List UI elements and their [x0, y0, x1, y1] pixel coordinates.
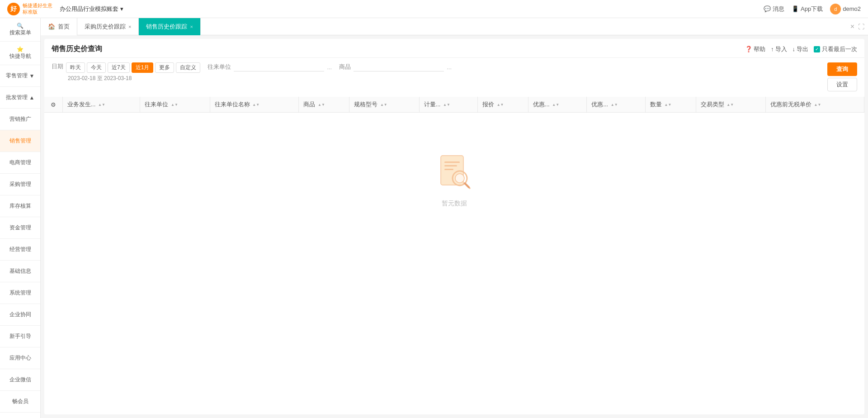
- sidebar-item-retail[interactable]: 零售管理 ▼: [0, 65, 40, 87]
- export-btn[interactable]: ↓ 导出: [793, 45, 809, 53]
- only-last-checkbox-label[interactable]: ✓ 只看最后一次: [814, 45, 857, 53]
- page-title: 销售历史价查询: [52, 44, 102, 54]
- empty-text: 暂元数据: [442, 200, 467, 208]
- sort-arrows-unit: ▲▼: [443, 103, 450, 107]
- date-btn-yesterday[interactable]: 昨天: [66, 62, 85, 73]
- goods-input[interactable]: [354, 62, 444, 71]
- company-dropdown[interactable]: 办公用品行业模拟账套 ▾: [60, 5, 764, 13]
- sidebar-item-appstore[interactable]: 应用中心: [0, 347, 40, 369]
- content-area: 🏠 首页 采购历史价跟踪 × 销售历史价跟踪 × × ⛶ 销售历史价查询: [41, 18, 868, 418]
- col-price[interactable]: 报价 ▲▼: [478, 97, 528, 113]
- settings-button[interactable]: 设置: [827, 78, 857, 91]
- goods-label: 商品: [339, 63, 351, 71]
- sidebar-item-shortcut[interactable]: ⭐ 快捷导航: [0, 42, 40, 65]
- help-icon: ❓: [745, 46, 752, 52]
- user-avatar[interactable]: d demo2: [830, 4, 861, 14]
- svg-rect-1: [444, 162, 460, 163]
- tab-close-sales[interactable]: ×: [190, 24, 193, 29]
- page-content: 销售历史价查询 ❓ 帮助 ↑ 导入 ↓ 导出 ✓: [44, 39, 864, 414]
- goods-dots-btn[interactable]: ...: [447, 64, 452, 71]
- tab-purchase-history[interactable]: 采购历史价跟踪 ×: [77, 18, 139, 35]
- col-partner-name[interactable]: 往来单位名称 ▲▼: [210, 97, 299, 113]
- empty-state: 暂元数据: [44, 113, 864, 244]
- sidebar-item-wholesale[interactable]: 批发管理 ▲: [0, 87, 40, 109]
- sidebar-item-inventory[interactable]: 库存核算: [0, 195, 40, 217]
- tab-home[interactable]: 🏠 首页: [41, 18, 77, 35]
- svg-rect-2: [444, 165, 457, 166]
- sort-arrows-price: ▲▼: [497, 103, 504, 107]
- col-tax-price[interactable]: 优惠前无税单价 ▲▼: [765, 97, 864, 113]
- col-trade-type[interactable]: 交易类型 ▲▼: [696, 97, 765, 113]
- svg-point-5: [455, 174, 464, 183]
- logo-text: 畅捷通好生意 标准版: [23, 3, 52, 14]
- date-buttons: 昨天 今天 近7天 近1月 更多 自定义: [66, 62, 200, 73]
- sidebar-item-finance[interactable]: 资金管理: [0, 217, 40, 239]
- col-spec[interactable]: 规格型号 ▲▼: [349, 97, 419, 113]
- message-btn[interactable]: 💬 消息: [764, 5, 784, 13]
- partner-input[interactable]: [234, 62, 324, 71]
- data-table: ⚙ 业务发生... ▲▼ 往来单位 ▲▼ 往来单位名称 ▲: [44, 97, 864, 113]
- search-icon: 🔍: [17, 23, 24, 29]
- chevron-up-icon: ▲: [29, 95, 35, 101]
- sidebar-item-ecommerce[interactable]: 电商管理: [0, 152, 40, 174]
- sort-arrows-trade-type: ▲▼: [726, 103, 734, 107]
- sidebar-item-sales[interactable]: 销售管理: [0, 130, 40, 152]
- home-icon: 🏠: [48, 23, 55, 30]
- sort-arrows-tax-price: ▲▼: [814, 103, 821, 107]
- partner-filter: 往来单位 ...: [208, 62, 332, 71]
- date-range: 2023-02-18 至 2023-03-18: [68, 75, 200, 82]
- chevron-down-icon: ▼: [29, 73, 35, 79]
- main-layout: 🔍 搜索菜单 ⭐ 快捷导航 零售管理 ▼ 批发管理 ▲ 营销推广 销售管理 电商…: [0, 18, 868, 418]
- date-btn-custom[interactable]: 自定义: [176, 62, 200, 73]
- col-goods[interactable]: 商品 ▲▼: [299, 97, 349, 113]
- sidebar-item-enterprise[interactable]: 企业协同: [0, 304, 40, 326]
- col-discount2[interactable]: 优惠... ▲▼: [587, 97, 646, 113]
- date-btn-7days[interactable]: 近7天: [108, 62, 130, 73]
- message-icon: 💬: [764, 5, 771, 12]
- filter-buttons: 查询 设置: [827, 62, 857, 91]
- window-expand-icon[interactable]: ⛶: [858, 23, 864, 30]
- sidebar-item-system[interactable]: 系统管理: [0, 282, 40, 304]
- checkbox-checked-icon: ✓: [814, 46, 820, 52]
- top-bar-right: 💬 消息 📱 App下载 d demo2: [764, 4, 861, 14]
- sort-arrows-spec: ▲▼: [380, 103, 387, 107]
- col-qty[interactable]: 数量 ▲▼: [645, 97, 696, 113]
- date-btn-today[interactable]: 今天: [87, 62, 106, 73]
- svg-line-7: [465, 183, 469, 187]
- app-download-btn[interactable]: 📱 App下载: [792, 5, 823, 13]
- sort-arrows-biz-date: ▲▼: [98, 103, 105, 107]
- import-btn[interactable]: ↑ 导入: [771, 45, 787, 53]
- sort-arrows-discount1: ▲▼: [552, 103, 559, 107]
- star-icon: ⭐: [17, 46, 24, 52]
- sidebar-item-member[interactable]: 畅会员: [0, 391, 40, 413]
- partner-label: 往来单位: [208, 63, 231, 71]
- svg-rect-3: [444, 169, 453, 170]
- col-unit[interactable]: 计量... ▲▼: [419, 97, 478, 113]
- col-partner-code[interactable]: 往来单位 ▲▼: [140, 97, 210, 113]
- sidebar-item-marketing[interactable]: 营销推广: [0, 109, 40, 130]
- tab-close-purchase[interactable]: ×: [128, 24, 131, 29]
- col-biz-date[interactable]: 业务发生... ▲▼: [62, 97, 140, 113]
- table-header-row: ⚙ 业务发生... ▲▼ 往来单位 ▲▼ 往来单位名称 ▲: [44, 97, 864, 113]
- sidebar-item-purchase[interactable]: 采购管理: [0, 174, 40, 195]
- sidebar-item-guide[interactable]: 新手引导: [0, 326, 40, 347]
- col-discount1[interactable]: 优惠... ▲▼: [528, 97, 587, 113]
- import-icon: ↑: [771, 46, 774, 52]
- sidebar-item-wechat[interactable]: 企业微信: [0, 369, 40, 391]
- query-button[interactable]: 查询: [827, 62, 857, 76]
- goods-filter: 商品 ...: [339, 62, 452, 71]
- partner-dots-btn[interactable]: ...: [327, 64, 332, 71]
- tab-bar: 🏠 首页 采购历史价跟踪 × 销售历史价跟踪 × × ⛶: [41, 18, 868, 35]
- sidebar-item-basic[interactable]: 基础信息: [0, 261, 40, 282]
- col-gear[interactable]: ⚙: [44, 97, 62, 113]
- tab-sales-history[interactable]: 销售历史价跟踪 ×: [139, 18, 200, 35]
- window-close-icon[interactable]: ×: [850, 23, 854, 31]
- date-btn-more[interactable]: 更多: [155, 62, 174, 73]
- date-btn-1month[interactable]: 近1月: [132, 62, 154, 73]
- top-bar: 好 畅捷通好生意 标准版 办公用品行业模拟账套 ▾ 💬 消息 📱 App下载 d…: [0, 0, 868, 18]
- sort-arrows-partner-name: ▲▼: [252, 103, 259, 107]
- sidebar-item-operations[interactable]: 经营管理: [0, 239, 40, 261]
- help-btn[interactable]: ❓ 帮助: [745, 45, 765, 53]
- sidebar-item-search[interactable]: 🔍 搜索菜单: [0, 18, 40, 42]
- page-header-actions: ❓ 帮助 ↑ 导入 ↓ 导出 ✓ 只看最后一次: [745, 45, 857, 53]
